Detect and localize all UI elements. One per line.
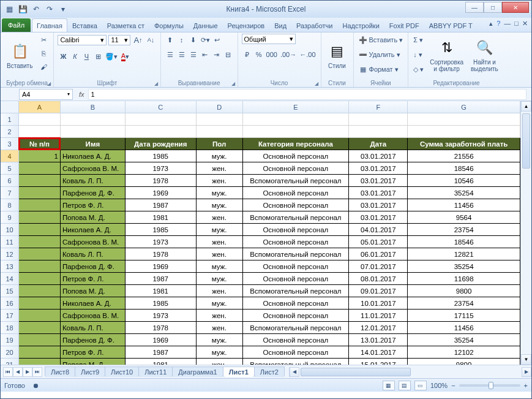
cell[interactable]: жен. [197,248,243,260]
sheet-first-icon[interactable]: ⏮ [3,367,13,377]
insert-cells-button[interactable]: ➕Вставить▾ [358,34,405,46]
cell[interactable]: 1973 [126,236,197,248]
cell[interactable] [19,162,61,175]
cell[interactable]: Петров Ф. Л. [61,273,126,285]
cell[interactable]: жен. [197,285,243,297]
row-header-17[interactable]: 17 [1,310,18,322]
cell[interactable] [197,113,243,126]
format-cells-button[interactable]: ▦Формат▾ [358,63,405,75]
number-format-combo[interactable]: Общий▾ [242,34,296,44]
col-header-D[interactable]: D [197,101,243,113]
fx-icon[interactable]: fx [79,91,84,98]
cell[interactable]: 1981 [126,285,197,297]
cell[interactable] [19,175,61,187]
cell[interactable]: 1978 [126,248,197,260]
cell[interactable]: 1987 [126,273,197,285]
sort-filter-button[interactable]: ⇅ Сортировка и фильтр [427,34,466,77]
view-normal-button[interactable]: ▦ [383,381,395,390]
delete-cells-button[interactable]: ➖Удалить▾ [358,48,405,61]
row-header-19[interactable]: 19 [1,334,18,346]
cell[interactable]: 1987 [126,199,197,211]
cell[interactable]: 03.01.2017 [349,199,408,211]
row-header-2[interactable]: 2 [1,126,18,138]
border-button[interactable]: ⊞ [92,50,103,63]
col-header-F[interactable]: F [349,101,408,113]
col-header-B[interactable]: B [61,101,126,113]
align-left-button[interactable]: ☰ [165,48,176,61]
redo-icon[interactable]: ↷ [43,3,56,15]
cell[interactable] [19,359,61,365]
zoom-out-button[interactable]: − [451,382,455,389]
sheet-tab-Лист10[interactable]: Лист10 [105,367,139,377]
sheet-prev-icon[interactable]: ◀ [13,367,23,377]
hscroll-thumb[interactable] [301,368,411,376]
cell[interactable] [19,310,61,322]
cell[interactable] [349,126,408,138]
row-header-8[interactable]: 8 [1,199,18,211]
number-launcher-icon[interactable]: ◢ [315,81,318,86]
align-center-button[interactable]: ☰ [176,48,187,61]
cell[interactable]: Попова М. Д. [61,211,126,224]
cell[interactable]: Категория персонала [243,138,350,150]
increase-decimal-button[interactable]: .00→ [279,48,298,61]
cell[interactable]: Основной персонал [243,260,350,273]
cell[interactable]: 9800 [408,359,520,365]
name-box[interactable]: A4▾ [19,89,73,100]
cell[interactable]: жен. [197,175,243,187]
cell[interactable]: жен. [197,236,243,248]
comma-button[interactable]: 000 [265,48,279,61]
cell[interactable] [19,126,61,138]
cell[interactable]: 03.01.2017 [349,211,408,224]
col-header-G[interactable]: G [408,101,520,113]
cell[interactable]: Основной персонал [243,162,350,175]
ribbon-tab-6[interactable]: Вид [269,18,291,32]
cell[interactable]: 1985 [126,297,197,310]
col-header-A[interactable]: A [19,101,61,113]
shrink-font-button[interactable]: A↓ [146,34,157,46]
italic-button[interactable]: К [69,50,80,63]
vscroll-thumb[interactable] [522,113,530,169]
cell[interactable]: Основной персонал [243,199,350,211]
align-right-button[interactable]: ☰ [188,48,199,61]
row-header-12[interactable]: 12 [1,248,18,260]
cell[interactable]: 13.01.2017 [349,334,408,346]
cell[interactable]: Дата [349,138,408,150]
row-header-6[interactable]: 6 [1,175,18,187]
cell[interactable]: 18546 [408,236,520,248]
cell[interactable]: 15.01.2017 [349,359,408,365]
zoom-knob[interactable] [489,382,493,389]
undo-icon[interactable]: ↶ [30,3,42,15]
cell[interactable]: Пол [197,138,243,150]
align-middle-button[interactable]: ↕ [176,34,187,46]
ribbon-tab-3[interactable]: Формулы [149,18,189,32]
cell[interactable]: муж. [197,199,243,211]
cell[interactable]: Парфенов Д. Ф. [61,187,126,199]
mdi-minimize-icon[interactable]: — [504,20,511,28]
cell[interactable]: 23754 [408,297,520,310]
cell[interactable]: 09.01.2017 [349,285,408,297]
cell[interactable]: Сафронова В. М. [61,310,126,322]
help-icon[interactable]: ? [496,20,500,28]
bold-button[interactable]: Ж [58,50,69,63]
cell[interactable] [19,285,61,297]
cell[interactable]: 35254 [408,187,520,199]
cell[interactable]: Основной персонал [243,310,350,322]
cell[interactable] [243,126,350,138]
cell[interactable]: Петров Ф. Л. [61,199,126,211]
scroll-left-icon[interactable]: ◀ [290,367,299,377]
ribbon-tab-8[interactable]: Надстройки [337,18,384,32]
increase-indent-button[interactable]: ⇥ [211,48,222,61]
cell[interactable]: 1973 [126,162,197,175]
cell[interactable] [61,126,126,138]
cell[interactable] [19,187,61,199]
cell[interactable]: Основной персонал [243,334,350,346]
row-header-3[interactable]: 3 [1,138,18,150]
fill-button[interactable]: ↓▾ [412,48,425,61]
copy-button[interactable]: ⎘ [37,47,50,59]
cell[interactable]: Николаев А. Д. [61,297,126,310]
sheet-tab-Лист2[interactable]: Лист2 [254,367,285,377]
percent-button[interactable]: % [253,48,264,61]
cell[interactable]: 11.01.2017 [349,310,408,322]
cell[interactable]: 12821 [408,248,520,260]
mdi-restore-icon[interactable]: □ [514,20,519,28]
